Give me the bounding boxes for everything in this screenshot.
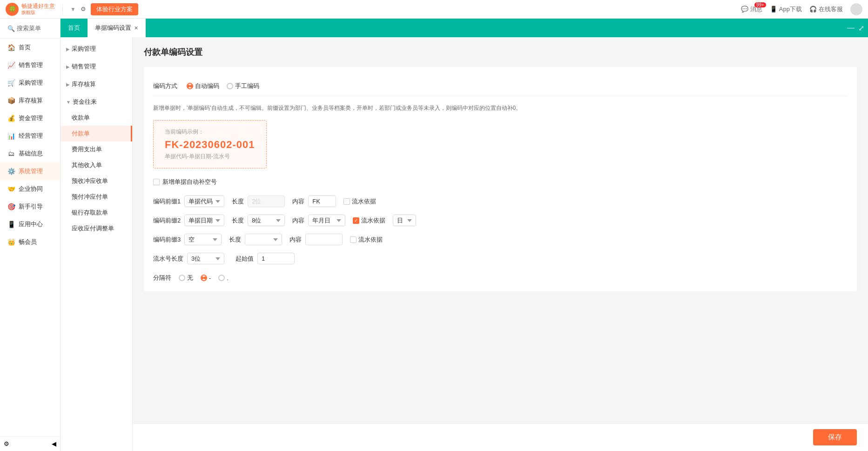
sub-item-expense[interactable]: 费用支出单 <box>61 141 132 157</box>
sub-item-bank[interactable]: 银行存取款单 <box>61 205 132 221</box>
length2-field: 长度 8位 <box>232 215 285 226</box>
sub-item-receipt[interactable]: 收款单 <box>61 110 132 126</box>
manual-encoding-radio[interactable]: 手工编码 <box>227 82 259 90</box>
sub-item-payment[interactable]: 付款单 <box>61 126 132 141</box>
period2-select[interactable]: 日 <box>393 215 416 226</box>
hint-text: 新增单据时，'单据编码'自动生成，不可编辑。前缀设置为部门、业务员等档案类，开单… <box>153 104 848 113</box>
serial3-checkbox[interactable] <box>350 236 357 243</box>
inventory-icon: 📦 <box>7 97 15 104</box>
manual-encoding-dot <box>227 83 233 89</box>
avatar[interactable] <box>850 3 862 15</box>
serial-length-label: 流水号长度 <box>153 255 183 263</box>
sep-dash-dot <box>201 275 207 281</box>
tab-close-encoding[interactable]: ✕ <box>134 25 138 31</box>
sidebar-item-guide[interactable]: 🎯 新手引导 <box>0 198 60 215</box>
length2-select[interactable]: 8位 <box>248 215 285 226</box>
serial-length-select[interactable]: 3位 <box>187 253 224 264</box>
sidebar-nav: 🏠 首页 📈 销售管理 🛒 采购管理 📦 库存核算 💰 资金管理 📊 经 <box>0 39 60 436</box>
serial1-checkbox[interactable] <box>343 198 350 205</box>
start-value-label: 起始值 <box>236 255 254 263</box>
brand-text: 畅捷通好生意 旗舰版 <box>21 3 55 15</box>
save-button[interactable]: 保存 <box>813 429 857 445</box>
top-bar-right: 💬 消息 99+ 📱 App下载 🎧 在线客服 <box>741 3 862 15</box>
sidebar-item-operation[interactable]: 📊 经营管理 <box>0 127 60 145</box>
search-menu-button[interactable]: 🔍 搜索菜单 <box>4 22 56 34</box>
sidebar-item-home[interactable]: 🏠 首页 <box>0 39 60 56</box>
sidebar-item-finance[interactable]: 💰 资金管理 <box>0 109 60 127</box>
sub-group-inventory: ▶ 库存核算 <box>61 76 132 92</box>
content-area: 首页 单据编码设置 ✕ — ⤢ ▶ 采购管理 <box>61 19 868 451</box>
prefix3-label: 编码前缀3 <box>153 236 181 244</box>
prefix2-select[interactable]: 单据日期 <box>184 215 224 226</box>
sub-item-pre-payment[interactable]: 预付冲应付单 <box>61 189 132 205</box>
encoding-method-label: 编码方式 <box>153 82 177 90</box>
sub-item-pre-receipt[interactable]: 预收冲应收单 <box>61 173 132 189</box>
sidebar-search: 🔍 搜索菜单 <box>0 19 60 39</box>
prefix1-select[interactable]: 单据代码 <box>184 195 224 207</box>
prefix2-label: 编码前缀2 <box>153 216 181 225</box>
auto-fill-checkbox[interactable] <box>153 179 160 185</box>
message-item[interactable]: 💬 消息 99+ <box>741 5 762 13</box>
headset-icon: 🎧 <box>809 6 817 13</box>
sub-item-other-income[interactable]: 其他收入单 <box>61 157 132 173</box>
page-title: 付款单编码设置 <box>144 47 857 58</box>
settings-footer-icon[interactable]: ⚙ <box>4 440 9 447</box>
tab-encoding[interactable]: 单据编码设置 ✕ <box>87 19 146 37</box>
sub-group-purchase-title[interactable]: ▶ 采购管理 <box>61 41 132 57</box>
sidebar-item-system[interactable]: ⚙️ 系统管理 <box>0 162 60 180</box>
serial-length-row: 流水号长度 3位 起始值 <box>153 253 848 264</box>
content2-select[interactable]: 年月日 <box>308 215 345 226</box>
auto-encoding-radio[interactable]: 自动编码 <box>187 82 219 90</box>
guide-icon: 🎯 <box>7 203 15 210</box>
app-download-item[interactable]: 📱 App下载 <box>770 5 802 13</box>
sub-item-receivable[interactable]: 应收应付调整单 <box>61 221 132 236</box>
content1-input[interactable] <box>308 195 336 207</box>
sidebar-item-basic[interactable]: 🗂 基础信息 <box>0 145 60 162</box>
prefix1-label: 编码前缀1 <box>153 197 181 206</box>
content1-label: 内容 <box>292 197 304 206</box>
sidebar-item-purchase[interactable]: 🛒 采购管理 <box>0 74 60 92</box>
auto-fill-row: 新增单据自动补空号 <box>153 178 848 186</box>
prefix3-select[interactable]: 空 <box>184 234 222 245</box>
operation-icon: 📊 <box>7 132 15 140</box>
serial1-label: 流水依据 <box>352 197 376 206</box>
sidebar-item-member[interactable]: 👑 畅会员 <box>0 233 60 251</box>
sub-sidebar: ▶ 采购管理 ▶ 销售管理 ▶ 库存核算 <box>61 37 133 451</box>
content2-label: 内容 <box>292 216 304 225</box>
tab-maximize-button[interactable]: ⤢ <box>858 24 864 33</box>
sep-none-radio[interactable]: 无 <box>179 274 193 282</box>
sub-group-capital-title[interactable]: ▼ 资金往来 <box>61 94 132 110</box>
length3-select[interactable] <box>245 234 282 245</box>
sales-icon: 📈 <box>7 61 15 69</box>
serial3-checkbox-row: 流水依据 <box>350 236 383 244</box>
serial2-label: 流水依据 <box>361 216 385 225</box>
basic-icon: 🗂 <box>7 150 15 157</box>
start-value-field: 起始值 <box>236 253 295 264</box>
preview-desc: 单据代码-单据日期-流水号 <box>165 153 255 161</box>
content3-input[interactable] <box>305 234 343 245</box>
sidebar-item-cooperation[interactable]: 🤝 企业协同 <box>0 180 60 198</box>
member-icon: 👑 <box>7 238 15 246</box>
content3-label: 内容 <box>289 236 302 244</box>
online-service-item[interactable]: 🎧 在线客服 <box>809 5 843 13</box>
encoding-method-row: 编码方式 自动编码 手工编码 <box>153 76 848 96</box>
top-bar-controls: ▼ ⚙ 体验行业方案 <box>70 3 138 15</box>
sidebar-item-sales[interactable]: 📈 销售管理 <box>0 56 60 74</box>
sidebar-item-inventory[interactable]: 📦 库存核算 <box>0 92 60 109</box>
sidebar-item-apps[interactable]: 📱 应用中心 <box>0 215 60 233</box>
collapse-icon[interactable]: ◀ <box>52 440 56 447</box>
settings-icon[interactable]: ⚙ <box>79 5 88 14</box>
company-dropdown[interactable]: ▼ <box>70 6 76 13</box>
experience-button[interactable]: 体验行业方案 <box>91 3 138 15</box>
tab-home[interactable]: 首页 <box>61 19 87 37</box>
serial2-checkbox[interactable]: ✓ <box>353 217 359 224</box>
sep-dash-radio[interactable]: - <box>201 275 211 282</box>
sep-dot-radio[interactable]: . <box>218 275 229 282</box>
tab-minimize-button[interactable]: — <box>847 24 855 32</box>
sidebar: 🔍 搜索菜单 🏠 首页 📈 销售管理 🛒 采购管理 📦 库存核算 💰 <box>0 19 61 451</box>
sub-group-sales: ▶ 销售管理 <box>61 59 132 74</box>
sub-group-sales-title[interactable]: ▶ 销售管理 <box>61 59 132 74</box>
start-value-input[interactable] <box>257 253 295 264</box>
length3-label: 长度 <box>229 236 241 244</box>
sub-group-inventory-title[interactable]: ▶ 库存核算 <box>61 76 132 92</box>
